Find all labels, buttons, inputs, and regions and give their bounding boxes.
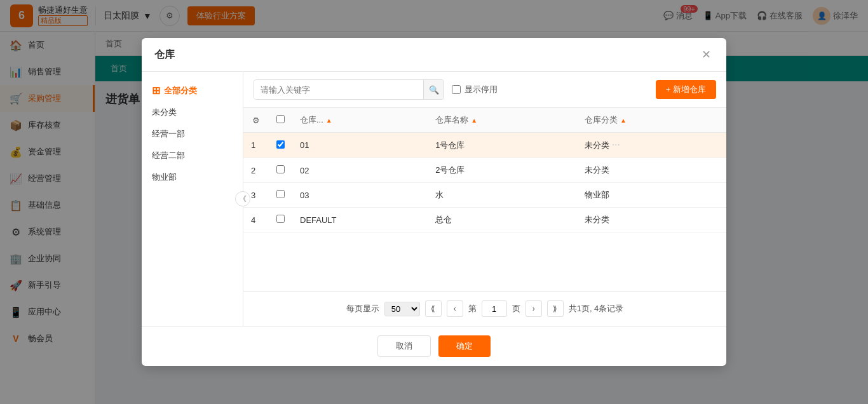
add-warehouse-button[interactable]: + 新增仓库	[656, 80, 716, 99]
row-name: 总仓	[428, 208, 577, 232]
show-disabled-label: 显示停用	[465, 84, 498, 95]
modal-toolbar: 🔍 显示停用 + 新增仓库	[243, 72, 726, 108]
next-page-button[interactable]: ›	[526, 300, 542, 317]
row-num: 4	[243, 208, 269, 232]
page-number-input[interactable]	[482, 300, 507, 317]
per-page-select[interactable]: 50 100	[384, 302, 420, 316]
modal-close-button[interactable]: ✕	[698, 47, 714, 62]
pagination: 每页显示 50 100 ⟪ ‹ 第 页 › ⟫ 共1页, 4条记录	[243, 291, 726, 326]
warehouse-table: ⚙ 仓库... ▲	[243, 108, 726, 291]
first-page-button[interactable]: ⟪	[425, 300, 442, 317]
th-id: 仓库... ▲	[292, 108, 428, 133]
table-row[interactable]: 3 03 水 物业部	[243, 183, 726, 208]
search-input[interactable]	[254, 80, 423, 99]
table-row[interactable]: 1 01 1号仓库 未分类 ···	[243, 133, 726, 158]
select-all-checkbox[interactable]	[276, 115, 285, 123]
row-category: 物业部	[577, 183, 726, 208]
sort-icon: ▲	[620, 117, 627, 124]
category-label: 物业部	[152, 172, 177, 183]
table-header-row: ⚙ 仓库... ▲	[243, 108, 726, 133]
prev-page-button[interactable]: ‹	[447, 300, 463, 317]
show-disabled-toggle[interactable]: 显示停用	[452, 84, 498, 95]
table: ⚙ 仓库... ▲	[243, 108, 726, 232]
th-category: 仓库分类 ▲	[577, 108, 726, 133]
last-page-button[interactable]: ⟫	[547, 300, 564, 317]
category-label: 全部分类	[164, 85, 197, 97]
row-id: 01	[292, 133, 428, 158]
name-sort[interactable]: 仓库名称 ▲	[435, 114, 569, 126]
row-num: 1	[243, 133, 269, 158]
show-disabled-checkbox[interactable]	[452, 85, 461, 94]
row-id: 03	[292, 183, 428, 208]
category-label: 经营一部	[152, 128, 185, 140]
th-settings: ⚙	[243, 108, 269, 133]
row-name: 1号仓库	[428, 133, 577, 158]
row-check[interactable]	[269, 208, 292, 232]
row-name: 水	[428, 183, 577, 208]
th-checkbox	[269, 108, 292, 133]
sort-icon: ▲	[326, 117, 332, 124]
row-category: 未分类 ···	[577, 133, 726, 158]
warehouse-modal: 仓库 ✕ 《 ⊞ 全部分类 未分类 经营一部 经营二部 物业部	[142, 38, 726, 366]
settings-column-icon: ⚙	[252, 116, 260, 125]
category-unclassified[interactable]: 未分类	[142, 102, 243, 123]
search-button[interactable]: 🔍	[423, 79, 444, 100]
col-id-label: 仓库...	[300, 114, 323, 126]
modal-body: 《 ⊞ 全部分类 未分类 经营一部 经营二部 物业部	[142, 72, 726, 326]
id-sort[interactable]: 仓库... ▲	[300, 114, 420, 126]
modal-title: 仓库	[154, 48, 175, 62]
category-property[interactable]: 物业部	[142, 166, 243, 188]
category-panel: 《 ⊞ 全部分类 未分类 经营一部 经营二部 物业部	[142, 72, 243, 326]
modal-footer: 取消 确定	[142, 326, 726, 366]
collapse-icon: 《	[239, 194, 247, 205]
row-id: 02	[292, 158, 428, 183]
row-check[interactable]	[269, 133, 292, 158]
row-category: 未分类	[577, 158, 726, 183]
search-icon: 🔍	[429, 85, 439, 95]
col-category-label: 仓库分类	[585, 114, 618, 126]
per-page-label: 每页显示	[346, 303, 379, 314]
right-panel: 🔍 显示停用 + 新增仓库 ⚙	[243, 72, 726, 326]
total-info: 共1页, 4条记录	[569, 303, 624, 314]
row-check[interactable]	[269, 158, 292, 183]
category-label: 经营二部	[152, 150, 185, 161]
collapse-button[interactable]: 《	[235, 191, 250, 206]
table-row[interactable]: 4 DEFAULT 总仓 未分类	[243, 208, 726, 232]
category-ops2[interactable]: 经营二部	[142, 145, 243, 166]
modal-header: 仓库 ✕	[142, 38, 726, 72]
row-num: 2	[243, 158, 269, 183]
page-label: 第	[468, 303, 477, 314]
confirm-button[interactable]: 确定	[438, 335, 491, 357]
category-all[interactable]: ⊞ 全部分类	[142, 79, 243, 102]
category-ops1[interactable]: 经营一部	[142, 123, 243, 145]
page-suffix: 页	[512, 303, 520, 314]
table-row[interactable]: 2 02 2号仓库 未分类	[243, 158, 726, 183]
more-icon[interactable]: ···	[612, 139, 620, 150]
row-id: DEFAULT	[292, 208, 428, 232]
row-name: 2号仓库	[428, 158, 577, 183]
col-name-label: 仓库名称	[435, 114, 468, 126]
category-sort[interactable]: 仓库分类 ▲	[585, 114, 719, 126]
grid-icon: ⊞	[152, 84, 160, 97]
th-name: 仓库名称 ▲	[428, 108, 577, 133]
cancel-button[interactable]: 取消	[377, 335, 431, 357]
row-check[interactable]	[269, 183, 292, 208]
row-category: 未分类	[577, 208, 726, 232]
search-box: 🔍	[254, 79, 444, 100]
category-label: 未分类	[152, 107, 177, 118]
sort-icon: ▲	[471, 117, 477, 124]
